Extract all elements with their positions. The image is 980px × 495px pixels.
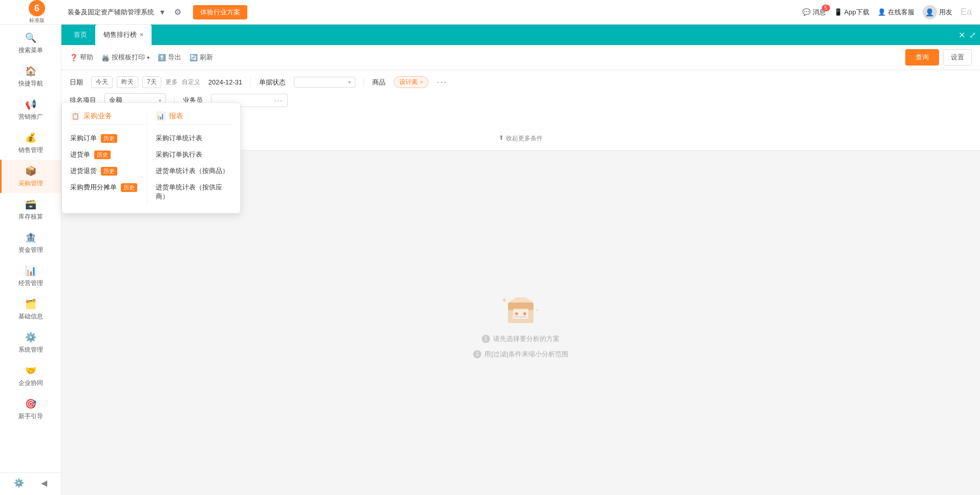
goods-tag-close-icon[interactable]: × bbox=[420, 79, 423, 85]
sidebar-item-purchase[interactable]: 📦 采购管理 bbox=[0, 160, 61, 193]
enterprise-icon: 🤝 bbox=[25, 364, 37, 377]
sidebar-item-search[interactable]: 🔍 搜索菜单 bbox=[0, 27, 61, 60]
sidebar-item-system[interactable]: ⚙️ 系统管理 bbox=[0, 326, 61, 359]
help-btn[interactable]: ❓ 帮助 bbox=[70, 53, 93, 62]
quick-nav-icon: 🏠 bbox=[25, 65, 37, 77]
inbound-stats-by-supplier-label: 进货单统计表（按供应商） bbox=[156, 183, 232, 201]
sidebar-item-marketing[interactable]: 📢 营销推广 bbox=[0, 93, 61, 126]
online-service-label: 在线客服 bbox=[888, 8, 914, 17]
purchase-order-item[interactable]: 采购订单 历史 bbox=[70, 130, 147, 146]
po-exec-item[interactable]: 采购订单执行表 bbox=[156, 146, 232, 163]
sidebar-item-quick-nav[interactable]: 🏠 快捷导航 bbox=[0, 60, 61, 93]
inbound-stats-by-goods-item[interactable]: 进货单统计表（按商品） bbox=[156, 163, 232, 179]
print-label: 按模板打印 bbox=[112, 53, 145, 62]
settings-bottom-icon[interactable]: ⚙️ bbox=[14, 478, 24, 488]
inbound-order-item[interactable]: 进货单 历史 bbox=[70, 146, 147, 163]
expense-alloc-label: 采购费用分摊单 bbox=[70, 183, 117, 192]
collapse-label: 收起更多条件 bbox=[506, 134, 543, 143]
salesperson-more-icon[interactable]: ··· bbox=[274, 96, 283, 104]
tab-close-icon[interactable]: × bbox=[140, 31, 143, 38]
step-1-text: 请先选择要分析的方案 bbox=[493, 334, 560, 343]
purchase-order-label: 采购订单 bbox=[70, 134, 97, 143]
tab-sales-rank[interactable]: 销售排行榜 × bbox=[95, 25, 152, 45]
tab-home-label: 首页 bbox=[74, 30, 87, 39]
sidebar: 🔍 搜索菜单 🏠 快捷导航 📢 营销推广 💰 销售管理 📦 采购管理 🗃️ 库存… bbox=[0, 25, 61, 495]
step-1-num: 1 bbox=[482, 335, 490, 343]
date-more-btn[interactable]: 更多 bbox=[165, 78, 178, 87]
avatar-icon: 👤 bbox=[923, 5, 937, 19]
empty-step-2: 2 用[过滤]条件来缩小分析范围 bbox=[473, 350, 568, 359]
return-goods-label: 进货退货 bbox=[70, 166, 97, 176]
basic-info-icon: 🗂️ bbox=[25, 298, 37, 310]
print-dropdown-icon[interactable]: ▾ bbox=[147, 55, 150, 60]
logo-icon: 6 bbox=[29, 0, 45, 16]
tab-expand-icon[interactable]: ⤢ bbox=[969, 30, 976, 40]
expense-alloc-history-badge: 历史 bbox=[121, 183, 137, 192]
sidebar-label-purchase: 采购管理 bbox=[18, 179, 43, 188]
date-range-area: 今天 昨天 7天 更多 自定义 bbox=[91, 76, 200, 88]
app-download-btn[interactable]: 📱 App下载 bbox=[834, 8, 869, 17]
step-2-num: 2 bbox=[473, 350, 481, 358]
goods-tag-text: 设计素 bbox=[399, 78, 418, 87]
goods-tag: 设计素 × bbox=[394, 76, 429, 88]
date-yesterday-btn[interactable]: 昨天 bbox=[117, 76, 138, 88]
sidebar-item-basic-info[interactable]: 🗂️ 基础信息 bbox=[0, 293, 61, 326]
sidebar-label-guide: 新手引导 bbox=[18, 412, 43, 421]
sidebar-item-finance[interactable]: 🏦 资金管理 bbox=[0, 226, 61, 260]
goods-more-icon[interactable]: ··· bbox=[437, 77, 448, 88]
doc-status-select[interactable]: ▾ bbox=[294, 77, 355, 88]
po-exec-label: 采购订单执行表 bbox=[156, 150, 202, 159]
message-btn[interactable]: 💬 消息 5 bbox=[802, 8, 826, 17]
print-btn[interactable]: 🖨️ 按模板打印 ▾ bbox=[101, 53, 150, 62]
sidebar-item-operation[interactable]: 📊 经营管理 bbox=[0, 260, 61, 293]
empty-step-1: 1 请先选择要分析的方案 bbox=[482, 334, 560, 343]
tab-sales-rank-label: 销售排行榜 bbox=[103, 30, 137, 39]
system-icon: ⚙️ bbox=[25, 331, 37, 343]
purchase-report-label: 报表 bbox=[169, 112, 183, 121]
user-name-label: 用友 bbox=[939, 8, 952, 17]
industry-btn[interactable]: 体验行业方案 bbox=[193, 5, 247, 19]
settings-button[interactable]: 设置 bbox=[943, 49, 972, 66]
tab-close-window-icon[interactable]: ✕ bbox=[958, 30, 965, 40]
doc-status-label: 单据状态 bbox=[259, 78, 286, 87]
help-icon: ❓ bbox=[70, 54, 78, 61]
sidebar-label-enterprise: 企业协同 bbox=[18, 379, 43, 388]
return-goods-item[interactable]: 进货退货 历史 bbox=[70, 163, 147, 179]
service-icon: 👤 bbox=[878, 8, 886, 16]
collapse-sidebar-icon[interactable]: ◀ bbox=[41, 478, 47, 488]
sidebar-item-inventory[interactable]: 🗃️ 库存核算 bbox=[0, 193, 61, 226]
expense-alloc-item[interactable]: 采购费用分摊单 历史 bbox=[70, 179, 147, 196]
po-stats-item[interactable]: 采购订单统计表 bbox=[156, 130, 232, 146]
online-service-btn[interactable]: 👤 在线客服 bbox=[878, 8, 914, 17]
query-button[interactable]: 查询 bbox=[905, 49, 939, 66]
finance-icon: 🏦 bbox=[25, 231, 37, 244]
main-layout: 🔍 搜索菜单 🏠 快捷导航 📢 营销推广 💰 销售管理 📦 采购管理 🗃️ 库存… bbox=[0, 25, 980, 495]
sidebar-label-search: 搜索菜单 bbox=[18, 46, 43, 55]
sidebar-item-guide[interactable]: 🎯 新手引导 bbox=[0, 393, 61, 426]
user-btn[interactable]: 👤 用友 bbox=[923, 5, 952, 19]
inbound-order-history-badge: 历史 bbox=[94, 150, 111, 159]
sidebar-item-enterprise[interactable]: 🤝 企业协同 bbox=[0, 359, 61, 393]
content-area: 首页 销售排行榜 × ✕ ⤢ ❓ 帮助 🖨️ 按模板打印 ▾ ⬆️ bbox=[61, 25, 980, 495]
export-btn[interactable]: ⬆️ 导出 bbox=[158, 53, 181, 62]
date-7days-btn[interactable]: 7天 bbox=[142, 76, 161, 88]
po-stats-label: 采购订单统计表 bbox=[156, 134, 202, 143]
app-title: 装备及固定资产辅助管理系统 bbox=[68, 8, 154, 17]
sidebar-label-marketing: 营销推广 bbox=[18, 113, 43, 121]
help-label: 帮助 bbox=[80, 53, 93, 62]
settings-gear-icon[interactable]: ⚙ bbox=[171, 5, 185, 19]
sidebar-label-basic-info: 基础信息 bbox=[18, 312, 43, 321]
date-custom-btn[interactable]: 自定义 bbox=[182, 78, 200, 87]
filter-row-1: 日期 今天 昨天 7天 更多 自定义 2024-12-31 单据状态 ▾ 商品 bbox=[70, 76, 972, 88]
dropdown-arrow-icon[interactable]: ▾ bbox=[158, 8, 166, 16]
tab-home[interactable]: 首页 bbox=[66, 25, 95, 45]
purchase-dropdown: 📋 采购业务 采购订单 历史 进货单 历史 进货退货 历史 采购费用分摊单 历史 bbox=[61, 102, 241, 213]
purchase-report-title: 📊 报表 bbox=[156, 111, 232, 125]
message-icon: 💬 bbox=[802, 8, 811, 16]
sidebar-bottom: ⚙️ ◀ bbox=[0, 472, 61, 493]
inbound-stats-by-supplier-item[interactable]: 进货单统计表（按供应商） bbox=[156, 179, 232, 205]
sidebar-item-sales[interactable]: 💰 销售管理 bbox=[0, 126, 61, 160]
sales-icon: 💰 bbox=[25, 132, 37, 144]
date-today-btn[interactable]: 今天 bbox=[91, 76, 113, 88]
refresh-btn[interactable]: 🔄 刷新 bbox=[189, 53, 213, 62]
